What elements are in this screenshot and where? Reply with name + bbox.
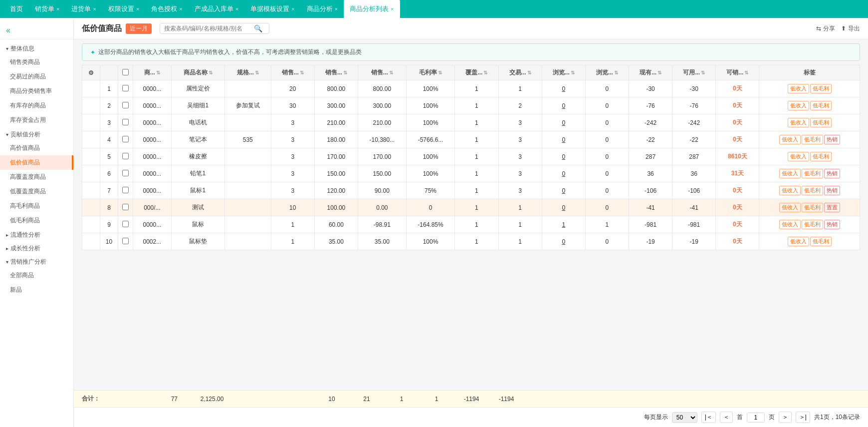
- pv1-link[interactable]: 0: [562, 85, 565, 92]
- sidebar-item-sales-goods[interactable]: 销售类商品: [0, 55, 73, 69]
- sidebar-item-high-coverage[interactable]: 高覆盖度商品: [0, 170, 73, 184]
- tag: 低收入: [788, 118, 809, 127]
- th-trans[interactable]: 交易...⇅: [498, 65, 542, 80]
- nav-purchase-close[interactable]: ×: [93, 6, 96, 12]
- td-sales-qty: 1: [271, 216, 314, 233]
- nav-role[interactable]: 角色授权×: [145, 0, 188, 18]
- sidebar-item-capital[interactable]: 库存资金占用: [0, 113, 73, 127]
- pv1-link[interactable]: 0: [562, 119, 565, 126]
- th-spec[interactable]: 规格...⇅: [224, 65, 271, 80]
- th-gross-rate[interactable]: 毛利率⇅: [406, 65, 455, 80]
- td-trans: 3: [498, 131, 542, 148]
- th-sales-price[interactable]: 销售...⇅: [358, 65, 406, 80]
- row-checkbox[interactable]: [122, 204, 129, 210]
- last-page-btn[interactable]: ＞|: [796, 412, 810, 423]
- first-page-btn[interactable]: |＜: [701, 412, 716, 423]
- row-checkbox[interactable]: [122, 187, 129, 193]
- tag: 低收入: [779, 135, 801, 144]
- nav-template[interactable]: 单据模板设置×: [244, 0, 300, 18]
- search-input[interactable]: [164, 25, 254, 32]
- sidebar-item-stock-goods[interactable]: 有库存的商品: [0, 98, 73, 113]
- sidebar-item-low-coverage[interactable]: 低覆盖度商品: [0, 184, 73, 199]
- nav-analysis-list[interactable]: 商品分析列表×: [344, 0, 400, 18]
- filter-btn[interactable]: 近一月: [126, 23, 152, 34]
- th-name[interactable]: 商品名称⇅: [171, 65, 224, 80]
- nav-analysis-list-close[interactable]: ×: [391, 6, 394, 12]
- prev-page-btn[interactable]: ＜: [720, 412, 733, 423]
- nav-analysis[interactable]: 商品分析×: [301, 0, 344, 18]
- sidebar-item-category-rate[interactable]: 商品分类销售率: [0, 84, 73, 98]
- nav-analysis-close[interactable]: ×: [335, 6, 338, 12]
- nav-purchase[interactable]: 进货单×: [65, 0, 102, 18]
- sort-icon-avail: ⇅: [701, 70, 705, 75]
- notice-bar: ✦ 这部分商品的销售收入大幅低于商品平均销售收入，价值不高，可考虑调整营销策略，…: [82, 43, 860, 61]
- th-saleable[interactable]: 可销...⇅: [716, 65, 759, 80]
- top-nav: 首页 销货单× 进货单× 权限设置× 角色授权× 产成品入库单× 单据模板设置×…: [0, 0, 868, 18]
- nav-sales[interactable]: 销货单×: [29, 0, 65, 18]
- search-icon[interactable]: 🔍: [254, 24, 262, 32]
- pv1-link[interactable]: 0: [562, 204, 565, 211]
- page-size-select[interactable]: 50 100 200: [672, 412, 697, 423]
- pv1-link[interactable]: 0: [562, 136, 565, 143]
- pv1-link[interactable]: 0: [562, 102, 565, 109]
- th-settings[interactable]: ⚙: [82, 65, 100, 80]
- th-check: [118, 65, 133, 80]
- nav-sales-close[interactable]: ×: [56, 6, 59, 12]
- sidebar-group-marketing[interactable]: ▾ 营销推广分析: [0, 255, 73, 268]
- th-code[interactable]: 商...⇅: [133, 65, 172, 80]
- select-all-checkbox[interactable]: [122, 69, 129, 75]
- sidebar-item-high-value[interactable]: 高价值商品: [0, 141, 73, 155]
- sidebar-item-all-goods[interactable]: 全部商品: [0, 268, 73, 283]
- sidebar-item-low-margin[interactable]: 低毛利商品: [0, 213, 73, 228]
- row-checkbox[interactable]: [122, 102, 129, 108]
- pv1-link[interactable]: 0: [562, 170, 565, 177]
- nav-product[interactable]: 产成品入库单×: [189, 0, 244, 18]
- row-checkbox[interactable]: [122, 119, 129, 125]
- sidebar-group-growth[interactable]: ▸ 成长性分析: [0, 241, 73, 255]
- row-checkbox[interactable]: [122, 170, 129, 176]
- pv1-link[interactable]: 0: [562, 187, 565, 194]
- sidebar-collapse-btn[interactable]: «: [4, 24, 12, 37]
- row-checkbox[interactable]: [122, 238, 129, 244]
- th-pv2[interactable]: 浏览...⇅: [585, 65, 629, 80]
- sidebar-group-overall[interactable]: ▾ 整体信息: [0, 41, 73, 55]
- nav-role-close[interactable]: ×: [179, 6, 182, 12]
- nav-home[interactable]: 首页: [4, 0, 29, 18]
- sidebar-item-high-margin[interactable]: 高毛利商品: [0, 199, 73, 213]
- pv1-link[interactable]: 0: [562, 153, 565, 160]
- th-sales-amt[interactable]: 销售...⇅: [314, 65, 358, 80]
- nav-template-close[interactable]: ×: [291, 6, 294, 12]
- sidebar-group-liquidity[interactable]: ▸ 流通性分析: [0, 228, 73, 241]
- next-page-btn[interactable]: ＞: [779, 412, 792, 423]
- nav-perm[interactable]: 权限设置×: [102, 0, 145, 18]
- sidebar-item-new-goods[interactable]: 新品: [0, 283, 73, 297]
- td-sales-qty: 20: [271, 80, 314, 97]
- sidebar-item-low-value[interactable]: 低价值商品: [0, 155, 73, 170]
- th-coverage[interactable]: 覆盖...⇅: [455, 65, 498, 80]
- sidebar-group-contribution[interactable]: ▾ 贡献值分析: [0, 127, 73, 141]
- sort-icon-stock: ⇅: [657, 70, 661, 75]
- td-sales-amt: 100.00: [314, 199, 358, 216]
- sidebar-item-traded[interactable]: 交易过的商品: [0, 69, 73, 84]
- td-name: 测试: [171, 199, 224, 216]
- row-checkbox[interactable]: [122, 153, 129, 159]
- pv1-link[interactable]: 1: [562, 221, 565, 228]
- sort-icon-gross: ⇅: [438, 70, 442, 75]
- th-pv1[interactable]: 浏览...⇅: [542, 65, 585, 80]
- row-checkbox[interactable]: [122, 85, 129, 91]
- table-row: 4 0000... 笔记本 535 3 180.00 -10,380... -5…: [82, 131, 860, 148]
- export-btn[interactable]: ⬆ 导出: [841, 24, 860, 33]
- td-sales-qty: 3: [271, 131, 314, 148]
- th-stock[interactable]: 现有...⇅: [629, 65, 672, 80]
- nav-perm-close[interactable]: ×: [136, 6, 139, 12]
- row-checkbox[interactable]: [122, 221, 129, 227]
- td-settings: [82, 165, 100, 182]
- th-sales-qty[interactable]: 销售...⇅: [271, 65, 314, 80]
- nav-product-close[interactable]: ×: [235, 6, 238, 12]
- pv1-link[interactable]: 0: [562, 238, 565, 245]
- row-checkbox[interactable]: [122, 136, 129, 142]
- share-btn[interactable]: ⇆ 分享: [816, 24, 835, 33]
- td-pv1: 1: [542, 216, 585, 233]
- page-number-input[interactable]: [747, 413, 765, 423]
- th-avail[interactable]: 可用...⇅: [672, 65, 716, 80]
